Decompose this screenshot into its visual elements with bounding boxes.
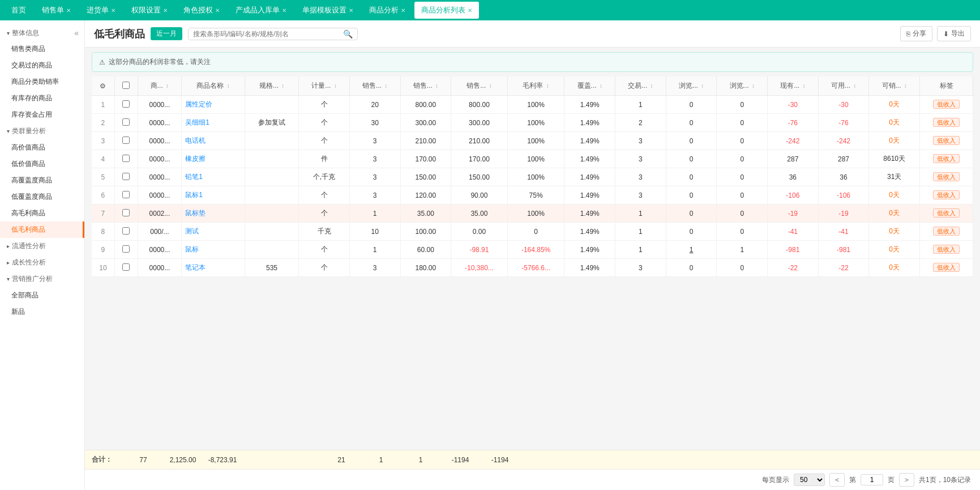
- share-button[interactable]: ⎘ 分享: [900, 26, 932, 41]
- cell-browse1[interactable]: 0: [666, 259, 717, 277]
- nav-close-icon[interactable]: ✕: [215, 7, 220, 14]
- col-gross-margin[interactable]: 毛利率 ↕: [507, 76, 564, 96]
- nav-close-icon[interactable]: ✕: [163, 7, 168, 14]
- col-saleable[interactable]: 可销... ↕: [869, 76, 920, 96]
- sidebar-item-category-assist[interactable]: 商品分类助销率: [0, 74, 84, 90]
- search-input[interactable]: [193, 30, 343, 38]
- sidebar-item-low-coverage[interactable]: 低覆盖度商品: [0, 189, 84, 205]
- cell-browse1[interactable]: 0: [666, 96, 717, 114]
- sidebar-section-header-flow[interactable]: ▸ 流通性分析: [0, 238, 84, 254]
- nav-close-icon[interactable]: ✕: [468, 7, 472, 14]
- row-checkbox[interactable]: [122, 137, 130, 144]
- col-settings[interactable]: ⚙: [92, 76, 114, 96]
- nav-close-icon[interactable]: ✕: [401, 7, 405, 14]
- period-button[interactable]: 近一月: [151, 27, 182, 40]
- nav-item-sales[interactable]: 销售单 ✕: [35, 2, 78, 19]
- nav-item-purchase[interactable]: 进货单 ✕: [80, 2, 122, 19]
- cell-checkbox[interactable]: [114, 259, 138, 277]
- cell-browse1[interactable]: 1: [666, 241, 717, 259]
- settings-icon[interactable]: ⚙: [100, 82, 106, 90]
- sidebar-item-low-value[interactable]: 低价值商品: [0, 156, 84, 172]
- col-checkbox[interactable]: [114, 76, 138, 96]
- cell-browse1[interactable]: 0: [666, 186, 717, 204]
- row-checkbox[interactable]: [122, 191, 130, 198]
- col-unit[interactable]: 计量... ↕: [299, 76, 350, 96]
- col-sales-price[interactable]: 销售... ↕: [400, 76, 451, 96]
- prev-page-btn[interactable]: ＜: [829, 473, 845, 487]
- nav-item-template[interactable]: 单据模板设置 ✕: [296, 2, 360, 19]
- search-icon[interactable]: 🔍: [343, 29, 353, 39]
- cell-checkbox[interactable]: [114, 186, 138, 204]
- col-sales-amount[interactable]: 销售... ↕: [451, 76, 508, 96]
- cell-checkbox[interactable]: [114, 96, 138, 114]
- col-coverage[interactable]: 覆盖... ↕: [564, 76, 615, 96]
- col-available[interactable]: 可用... ↕: [818, 76, 869, 96]
- sidebar-item-low-margin[interactable]: 低毛利商品: [0, 221, 84, 238]
- sidebar-collapse-btn[interactable]: «: [73, 27, 80, 39]
- col-current[interactable]: 现有... ↕: [768, 76, 819, 96]
- cell-checkbox[interactable]: [114, 168, 138, 186]
- sidebar-item-high-coverage[interactable]: 高覆盖度商品: [0, 172, 84, 189]
- nav-close-icon[interactable]: ✕: [282, 7, 286, 14]
- cell-name[interactable]: 鼠标1: [182, 186, 245, 204]
- cell-browse1[interactable]: 0: [666, 114, 717, 132]
- cell-browse1[interactable]: 0: [666, 204, 717, 223]
- col-name[interactable]: 商品名称 ↕: [182, 76, 245, 96]
- cell-checkbox[interactable]: [114, 241, 138, 259]
- sidebar-section-header-cluster[interactable]: ▾ 类群量分析: [0, 123, 84, 139]
- nav-close-icon[interactable]: ✕: [111, 7, 115, 14]
- row-checkbox[interactable]: [122, 173, 130, 180]
- page-input[interactable]: [861, 474, 883, 485]
- row-checkbox[interactable]: [122, 263, 130, 271]
- cell-checkbox[interactable]: [114, 204, 138, 223]
- next-page-btn[interactable]: ＞: [899, 473, 914, 487]
- sidebar-item-in-stock[interactable]: 有库存的商品: [0, 90, 84, 106]
- nav-item-permission[interactable]: 权限设置 ✕: [125, 2, 174, 19]
- nav-close-icon[interactable]: ✕: [349, 7, 353, 14]
- sidebar-item-all-goods[interactable]: 全部商品: [0, 287, 84, 304]
- col-browse2[interactable]: 浏览... ↕: [717, 76, 768, 96]
- sidebar-section-header-growth[interactable]: ▸ 成长性分析: [0, 254, 84, 271]
- row-checkbox[interactable]: [122, 100, 130, 108]
- col-browse1[interactable]: 浏览... ↕: [666, 76, 717, 96]
- nav-item-analysis-list[interactable]: 商品分析列表 ✕: [414, 2, 479, 19]
- cell-name[interactable]: 属性定价: [182, 96, 245, 114]
- page-size-select[interactable]: 50 100 200: [794, 474, 825, 486]
- col-code[interactable]: 商... ↕: [138, 76, 182, 96]
- cell-checkbox[interactable]: [114, 150, 138, 168]
- cell-browse1[interactable]: 0: [666, 132, 717, 150]
- cell-browse1[interactable]: 0: [666, 150, 717, 168]
- nav-close-icon[interactable]: ✕: [66, 7, 71, 14]
- cell-name[interactable]: 笔记本: [182, 259, 245, 277]
- col-trade[interactable]: 交易... ↕: [615, 76, 666, 96]
- nav-item-product-entry[interactable]: 产成品入库单 ✕: [229, 2, 293, 19]
- cell-name[interactable]: 鼠标垫: [182, 204, 245, 223]
- cell-name[interactable]: 吴细细1: [182, 114, 245, 132]
- cell-checkbox[interactable]: [114, 114, 138, 132]
- cell-name[interactable]: 电话机: [182, 132, 245, 150]
- cell-name[interactable]: 橡皮擦: [182, 150, 245, 168]
- cell-name[interactable]: 测试: [182, 223, 245, 241]
- sidebar-section-header-overview[interactable]: ▾ 整体信息: [7, 28, 39, 38]
- export-button[interactable]: ⬇ 导出: [937, 26, 971, 41]
- cell-name[interactable]: 鼠标: [182, 241, 245, 259]
- col-sales-qty[interactable]: 销售... ↕: [349, 76, 400, 96]
- col-spec[interactable]: 规格... ↕: [245, 76, 298, 96]
- select-all-checkbox[interactable]: [122, 82, 130, 89]
- row-checkbox[interactable]: [122, 227, 130, 235]
- nav-item-role[interactable]: 角色授权 ✕: [177, 2, 226, 19]
- nav-item-home[interactable]: 首页: [5, 2, 33, 19]
- nav-item-analysis[interactable]: 商品分析 ✕: [362, 2, 412, 19]
- row-checkbox[interactable]: [122, 245, 130, 253]
- sidebar-item-stock-capital[interactable]: 库存资金占用: [0, 106, 84, 123]
- sidebar-item-high-margin[interactable]: 高毛利商品: [0, 205, 84, 221]
- cell-name[interactable]: 铅笔1: [182, 168, 245, 186]
- table-container[interactable]: ⚙ 商... ↕ 商品名称 ↕ 规格... ↕ 计量... ↕ 销售... ↕ …: [92, 76, 973, 450]
- sidebar-item-high-value[interactable]: 高价值商品: [0, 139, 84, 156]
- sidebar-item-sales-goods[interactable]: 销售类商品: [0, 41, 84, 57]
- row-checkbox[interactable]: [122, 209, 130, 216]
- cell-checkbox[interactable]: [114, 132, 138, 150]
- cell-browse1[interactable]: 0: [666, 223, 717, 241]
- col-tag[interactable]: 标签: [920, 76, 973, 96]
- row-checkbox[interactable]: [122, 155, 130, 162]
